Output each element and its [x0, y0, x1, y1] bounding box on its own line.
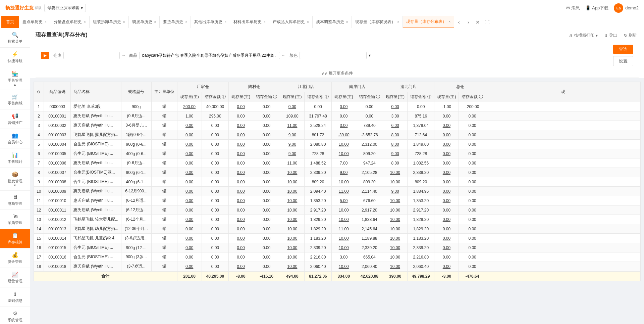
cell-yubei-qty[interactable]: 10.00: [383, 252, 408, 262]
app-download-btn[interactable]: 📱 App下载: [585, 5, 608, 11]
tab-home[interactable]: 首页: [1, 16, 19, 28]
cell-total-qty[interactable]: 0.00: [434, 224, 459, 234]
cell-lucun-qty[interactable]: 0.00: [229, 140, 253, 149]
cell-yubei-qty[interactable]: 9.00: [383, 149, 408, 158]
message-btn[interactable]: ✉ 消息: [566, 5, 580, 11]
close-icon[interactable]: ×: [45, 20, 47, 24]
cell-nanan-qty[interactable]: 3.00: [331, 121, 356, 130]
tab-cost-adjust[interactable]: 成本调整单历史 ×: [313, 16, 352, 28]
cell-jiangbei-qty[interactable]: 10.00: [280, 205, 305, 215]
cell-factory-qty[interactable]: 0.00: [177, 243, 202, 252]
cell-yubei-qty[interactable]: 10.00: [383, 234, 408, 243]
close-icon[interactable]: ×: [185, 20, 187, 24]
warehouse-input[interactable]: [63, 52, 120, 59]
cell-jiangbei-qty[interactable]: 109.00: [280, 111, 305, 121]
sidebar-item-ecommerce[interactable]: 🖥 电商管理: [0, 191, 30, 210]
cell-lucun-qty[interactable]: 0.00: [229, 205, 253, 215]
cell-factory-qty[interactable]: 0.00: [177, 205, 202, 215]
cell-factory-qty[interactable]: 0.00: [177, 168, 202, 177]
cell-nanan-qty[interactable]: 3.00: [331, 252, 356, 262]
expand-conditions-btn[interactable]: ∨∨ 展开更多条件: [321, 71, 353, 76]
footer-lucun-qty[interactable]: -8.00: [229, 271, 253, 281]
cell-jiangbei-qty[interactable]: 9.00: [280, 130, 305, 140]
tab-product-in[interactable]: 产成品入库单历史 ×: [269, 16, 313, 28]
sidebar-item-wholesale[interactable]: 📦 批发管理 ▼: [0, 168, 30, 191]
cell-total-qty[interactable]: 0.00: [434, 252, 459, 262]
cell-yubei-qty[interactable]: 8.00: [383, 158, 408, 168]
sidebar-item-operation[interactable]: 📈 经营管理: [0, 268, 30, 287]
filter-expand-btn[interactable]: ▶: [41, 52, 49, 59]
sidebar-item-inventory[interactable]: 📋 库存核算: [0, 229, 30, 248]
cell-lucun-qty[interactable]: 0.00: [229, 177, 253, 187]
cell-nanan-qty[interactable]: 7.00: [331, 158, 356, 168]
cell-total-qty[interactable]: 0.00: [434, 177, 459, 187]
sidebar-item-retail-shop[interactable]: 🛒 零售商城: [0, 90, 30, 109]
tab-material-out[interactable]: 材料出库单历史 ×: [230, 16, 269, 28]
cell-lucun-qty[interactable]: 0.00: [229, 187, 253, 196]
cell-total-qty[interactable]: 0.00: [434, 215, 459, 224]
cell-jiangbei-qty[interactable]: 10.00: [280, 243, 305, 252]
cell-yubei-qty[interactable]: 10.00: [383, 243, 408, 252]
footer-jiangbei-qty[interactable]: 494.00: [280, 271, 305, 281]
cell-lucun-qty[interactable]: 0.00: [229, 196, 253, 205]
cell-nanan-qty[interactable]: 9.00: [331, 168, 356, 177]
cell-lucun-qty[interactable]: 0.00: [229, 252, 253, 262]
cell-total-qty[interactable]: 0.00: [434, 168, 459, 177]
cell-factory-qty[interactable]: 0.00: [177, 130, 202, 140]
cell-lucun-qty[interactable]: 0.00: [229, 158, 253, 168]
cell-factory-qty[interactable]: 0.00: [177, 224, 202, 234]
sidebar-item-nav[interactable]: ⚡ 快捷导航: [0, 48, 30, 67]
cell-yubei-qty[interactable]: 10.00: [383, 262, 408, 272]
cell-factory-qty[interactable]: 0.00: [177, 140, 202, 149]
cell-factory-qty[interactable]: 0.00: [177, 177, 202, 187]
cell-lucun-qty[interactable]: 0.00: [229, 130, 253, 140]
cell-lucun-qty[interactable]: 0.00: [229, 102, 253, 111]
cell-total-qty[interactable]: 0.00: [434, 243, 459, 252]
close-icon[interactable]: ×: [123, 20, 125, 24]
print-btn[interactable]: 🖨 按模板打印 ▾: [567, 32, 600, 39]
tab-stock-dist[interactable]: 现存量（库存分布表） ×: [403, 16, 454, 28]
cell-factory-qty[interactable]: 0.00: [177, 215, 202, 224]
cell-total-qty[interactable]: 0.00: [434, 205, 459, 215]
footer-nanan-qty[interactable]: 334.00: [331, 271, 356, 281]
cell-nanan-qty[interactable]: 10.00: [331, 205, 356, 215]
cell-yubei-qty[interactable]: 10.00: [383, 168, 408, 177]
cell-jiangbei-qty[interactable]: 10.00: [280, 187, 305, 196]
footer-factory-qty[interactable]: 201.00: [177, 271, 202, 281]
cell-total-qty[interactable]: 0.00: [434, 140, 459, 149]
tab-inventory-single[interactable]: 盘点单历史 ×: [19, 16, 50, 28]
cell-nanan-qty[interactable]: 10.00: [331, 149, 356, 158]
cell-factory-qty[interactable]: 0.00: [177, 158, 202, 168]
cell-lucun-qty[interactable]: 0.00: [229, 224, 253, 234]
cell-nanan-qty[interactable]: 0.00: [331, 111, 356, 121]
cell-total-qty[interactable]: 0.00: [434, 121, 459, 130]
close-icon[interactable]: ×: [346, 20, 348, 24]
cell-factory-qty[interactable]: 200.00: [177, 102, 202, 111]
cell-factory-qty[interactable]: 1.00: [177, 111, 202, 121]
color-input[interactable]: [300, 52, 367, 59]
close-icon[interactable]: ×: [264, 20, 266, 24]
cell-yubei-qty[interactable]: 10.00: [383, 196, 408, 205]
cell-jiangbei-qty[interactable]: 10.00: [280, 262, 305, 272]
cell-total-qty[interactable]: -1.00: [434, 102, 459, 111]
cell-yubei-qty[interactable]: 8.00: [383, 140, 408, 149]
sidebar-item-basic[interactable]: ℹ 基础信息: [0, 287, 30, 307]
cell-factory-qty[interactable]: 0.00: [177, 187, 202, 196]
cell-yubei-qty[interactable]: 9.00: [383, 187, 408, 196]
table-container[interactable]: ⚙ 商品编码 商品名称 规格型号 主计量单位 厂家仓 陆村仓 江北门店 南岸门店…: [30, 78, 644, 324]
sidebar-item-member[interactable]: 👥 会员中心: [0, 129, 30, 148]
cell-lucun-qty[interactable]: 0.00: [229, 111, 253, 121]
cell-nanan-qty[interactable]: 10.00: [331, 177, 356, 187]
cell-total-qty[interactable]: 0.00: [434, 130, 459, 140]
cell-factory-qty[interactable]: 0.00: [177, 149, 202, 158]
cell-jiangbei-qty[interactable]: 11.00: [280, 121, 305, 130]
sidebar-item-system[interactable]: ⚙ 系统管理: [0, 307, 30, 324]
sidebar-item-retail-mgmt[interactable]: 🏪 零售管理 ▲: [0, 67, 30, 90]
cell-nanan-qty[interactable]: -39.00: [331, 130, 356, 140]
cell-lucun-qty[interactable]: 0.00: [229, 243, 253, 252]
cell-yubei-qty[interactable]: 10.00: [383, 224, 408, 234]
cell-jiangbei-qty[interactable]: 10.00: [280, 234, 305, 243]
close-icon[interactable]: ×: [307, 20, 309, 24]
cell-jiangbei-qty[interactable]: 0.00: [280, 102, 305, 111]
cell-jiangbei-qty[interactable]: 10.00: [280, 224, 305, 234]
